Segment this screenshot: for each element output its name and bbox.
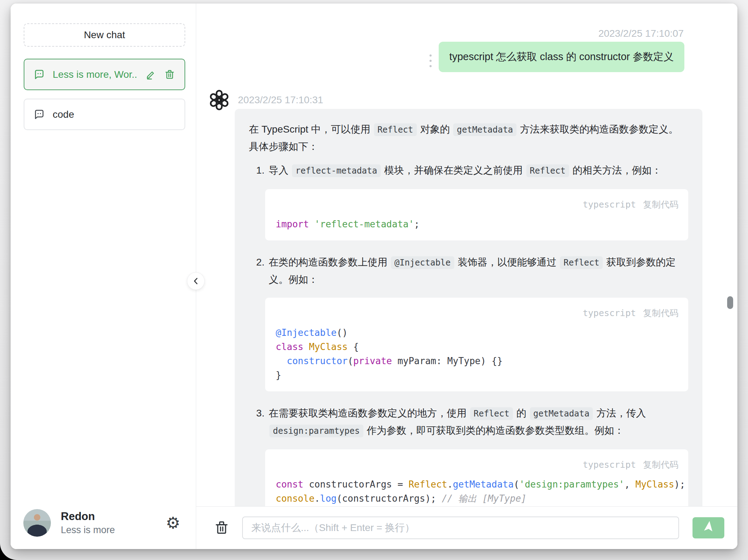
copy-code-button[interactable]: 复制代码: [643, 196, 678, 213]
code-block: typescript复制代码const constructorArgs = Re…: [265, 449, 688, 506]
user-names: Redon Less is more: [61, 509, 166, 536]
assistant-paragraph: 在 TypeScript 中，可以使用 Reflect 对象的 getMetad…: [249, 121, 688, 155]
user-subtitle: Less is more: [61, 524, 166, 536]
sidebar-chat-item-1[interactable]: code: [24, 99, 185, 130]
settings-gear-icon[interactable]: ⚙: [166, 515, 180, 531]
sidebar: New chat Less is more, Wor...code Redon …: [11, 4, 196, 549]
inline-code: Reflect: [526, 164, 569, 177]
chevron-left-icon: [191, 276, 200, 286]
code-line: import 'reflect-metadata';: [276, 217, 678, 231]
copy-code-button[interactable]: 复制代码: [643, 456, 678, 473]
sidebar-chat-item-0[interactable]: Less is more, Wor...: [24, 59, 185, 90]
copy-code-button[interactable]: 复制代码: [643, 305, 678, 321]
chatgpt-logo-icon: [209, 90, 229, 110]
assistant-step: 在需要获取类构造函数参数定义的地方，使用 Reflect 的 getMetada…: [267, 405, 688, 506]
code-line: }: [276, 368, 678, 382]
chat-item-label: code: [53, 109, 175, 120]
sidebar-collapse-button[interactable]: [187, 273, 204, 290]
edit-pencil-icon: [145, 69, 156, 80]
code-line: console.log(constructorArgs); // 输出 [MyT…: [276, 491, 678, 506]
chat-item-label: Less is more, Wor...: [53, 69, 137, 80]
chat-scroll-area[interactable]: 2023/2/25 17:10:07 typescript 怎么获取 class…: [196, 4, 737, 506]
code-line: constructor(private myParam: MyType) {}: [276, 354, 678, 368]
new-chat-button[interactable]: New chat: [24, 23, 185, 47]
user-message-row: typescript 怎么获取 class 的 constructor 参数定义: [196, 42, 684, 72]
user-name: Redon: [61, 509, 166, 524]
clear-chat-trash-icon[interactable]: [215, 520, 229, 536]
message-input[interactable]: [242, 517, 679, 539]
chat-bubble-icon: [34, 69, 45, 80]
chat-bubble-icon: [34, 109, 45, 120]
user-avatar: [23, 509, 51, 537]
code-line: const constructorArgs = Reflect.getMetad…: [276, 477, 678, 491]
user-message-avatar: [690, 21, 715, 46]
inline-code: Reflect: [560, 256, 603, 269]
user-panel: Redon Less is more ⚙: [11, 500, 196, 549]
send-button[interactable]: [693, 517, 724, 538]
main-column: 2023/2/25 17:10:07 typescript 怎么获取 class…: [196, 4, 737, 549]
assistant-step: 在类的构造函数参数上使用 @Injectable 装饰器，以便能够通过 Refl…: [267, 254, 688, 391]
inline-code: reflect-metadata: [292, 164, 381, 177]
paper-plane-icon: [700, 519, 718, 537]
code-language-label: typescript: [583, 305, 636, 321]
message-options-icon[interactable]: [429, 54, 432, 72]
code-block: typescript复制代码import 'reflect-metadata';: [265, 189, 688, 240]
code-language-label: typescript: [583, 456, 636, 473]
chat-list: Less is more, Wor...code: [11, 50, 196, 130]
inline-code: design:paramtypes: [269, 425, 363, 437]
composer-bar: [196, 506, 737, 549]
code-block-header: typescript复制代码: [276, 305, 678, 321]
assistant-step: 导入 reflect-metadata 模块，并确保在类定义之前使用 Refle…: [267, 162, 688, 240]
code-block-header: typescript复制代码: [276, 196, 678, 213]
code-block: typescript复制代码@Injectable()class MyClass…: [265, 298, 688, 391]
assistant-message-meta: 2023/2/25 17:10:31: [209, 90, 737, 110]
scrollbar-thumb[interactable]: [727, 296, 733, 309]
app-window: New chat Less is more, Wor...code Redon …: [11, 4, 737, 549]
code-language-label: typescript: [583, 196, 636, 213]
edit-chat-button[interactable]: [145, 69, 156, 80]
delete-trash-icon: [164, 69, 175, 80]
code-block-header: typescript复制代码: [276, 456, 678, 473]
user-message-bubble: typescript 怎么获取 class 的 constructor 参数定义: [439, 42, 684, 72]
inline-code: @Injectable: [391, 256, 454, 269]
inline-code: Reflect: [374, 123, 417, 136]
assistant-message-timestamp: 2023/2/25 17:10:31: [238, 94, 323, 106]
code-line: class MyClass {: [276, 340, 678, 354]
assistant-steps-list: 导入 reflect-metadata 模块，并确保在类定义之前使用 Refle…: [249, 162, 688, 506]
assistant-message-bubble: 在 TypeScript 中，可以使用 Reflect 对象的 getMetad…: [235, 109, 702, 506]
inline-code: Reflect: [470, 407, 513, 420]
code-line: @Injectable(): [276, 326, 678, 340]
user-message-timestamp: 2023/2/25 17:10:07: [598, 28, 684, 39]
delete-chat-button[interactable]: [164, 69, 175, 80]
inline-code: getMetadata: [453, 123, 516, 136]
inline-code: getMetadata: [530, 407, 593, 420]
